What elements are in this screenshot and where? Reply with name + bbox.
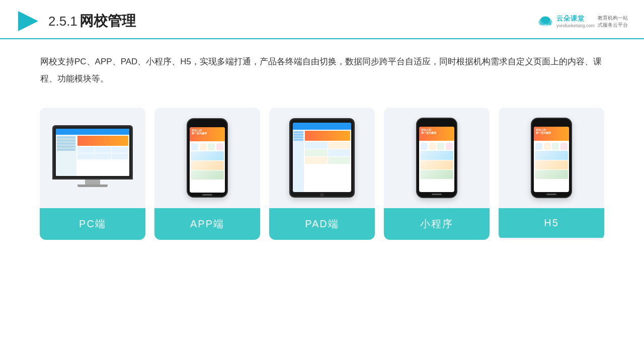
tablet-nav: [293, 123, 351, 130]
phone-banner-text: 职达人的第一堂兴趣课: [192, 129, 207, 135]
phone-icon-row-mini: [420, 142, 453, 151]
monitor-stand: [85, 179, 100, 185]
page-title: 2.5.1网校管理: [48, 12, 136, 31]
phone-icon-row: [191, 142, 224, 151]
phone-banner-text-mini: 职达人的第一堂兴趣课: [421, 128, 436, 134]
page-title-chinese: 网校管理: [79, 13, 136, 29]
phone-screen-h5: 职达人的第一堂兴趣课: [534, 127, 569, 192]
monitor-device: [52, 125, 133, 191]
phone-card: [420, 151, 453, 160]
monitor-screen-inner: [56, 129, 129, 176]
tablet-body: [293, 130, 351, 192]
tablet-mini-card: [305, 149, 328, 156]
phone-card: [191, 151, 224, 160]
header-left: 2.5.1网校管理: [16, 9, 136, 33]
tablet-sidebar-item: [293, 134, 303, 136]
card-pc-image: [40, 108, 145, 208]
monitor-sidebar: [56, 135, 76, 176]
monitor-sidebar-item: [57, 136, 75, 139]
phone-icon: [200, 143, 207, 150]
tablet-screen: [293, 123, 351, 192]
phone-content: [190, 141, 225, 181]
tablet-home-button: [320, 193, 324, 197]
phone-icon: [208, 143, 215, 150]
monitor-card-mini: [112, 153, 128, 159]
monitor-cards-grid: [77, 147, 128, 159]
phone-mockup-h5: 职达人的第一堂兴趣课: [531, 118, 572, 198]
tablet-mockup: [289, 118, 355, 198]
phone-content-h5: [534, 141, 569, 180]
monitor-screen-wrapper: [52, 125, 133, 179]
phone-notch-h5: [545, 123, 557, 126]
phone-card: [420, 170, 453, 179]
monitor-content: [56, 135, 129, 176]
card-pad: PAD端: [269, 108, 375, 240]
description-text: 网校支持PC、APP、PAD、小程序、H5，实现多端打通，产品各终端自由切换，数…: [0, 39, 644, 93]
monitor-nav: [56, 129, 129, 135]
phone-banner: 职达人的第一堂兴趣课: [190, 127, 225, 141]
monitor-sidebar-item: [57, 148, 75, 151]
tablet-sidebar-item: [293, 136, 303, 138]
phone-card: [535, 170, 568, 179]
phone-row: [191, 151, 224, 160]
monitor-sidebar-item: [57, 142, 75, 145]
monitor-sidebar-item: [57, 139, 75, 142]
card-h5-image: 职达人的第一堂兴趣课: [499, 108, 604, 208]
card-miniprogram-label: 小程序: [384, 208, 490, 240]
svg-text:云朵课堂: 云朵课堂: [539, 22, 552, 25]
tablet-banner: [305, 131, 350, 141]
phone-icon: [216, 143, 223, 150]
phone-row: [420, 151, 453, 160]
phone-home-indicator-h5: [546, 194, 556, 195]
phone-row: [420, 170, 453, 179]
phone-icon: [437, 143, 444, 150]
phone-screen-app: 职达人的第一堂兴趣课: [190, 127, 225, 193]
phone-icon: [544, 143, 551, 150]
phone-row: [420, 160, 453, 169]
phone-card: [535, 151, 568, 160]
tablet-sidebar-item: [293, 139, 303, 141]
card-pad-image: [269, 108, 375, 208]
phone-icon: [552, 143, 559, 150]
phone-notch-mini: [431, 123, 443, 126]
card-pad-label: PAD端: [269, 208, 375, 240]
logo-tagline: 教育机构一站 式服务云平台: [598, 15, 628, 29]
phone-notch: [201, 123, 213, 126]
phone-mockup-mini: 职达人的第一堂兴趣课: [416, 118, 457, 198]
play-icon: [16, 9, 40, 33]
card-pc: PC端: [40, 108, 145, 240]
phone-screen-mini: 职达人的第一堂兴趣课: [419, 127, 454, 192]
card-h5-label: H5: [499, 208, 604, 238]
logo-cloud: 云朵课堂 云朵课堂 yunduoketang.com 教育机构一站 式服务云平台: [537, 14, 628, 29]
monitor-main: [76, 135, 129, 176]
card-miniprogram: 职达人的第一堂兴趣课: [384, 108, 490, 240]
cards-section: PC端 职达人的第一堂兴趣课: [0, 93, 644, 240]
tablet-sidebar-item: [293, 131, 303, 133]
cloud-logo-icon: 云朵课堂: [537, 15, 553, 27]
header: 2.5.1网校管理 云朵课堂 云朵课堂 yunduoketang.com 教育机…: [0, 0, 644, 39]
phone-card: [191, 161, 224, 170]
monitor-card-mini: [112, 147, 128, 153]
phone-content-mini: [419, 141, 454, 180]
card-h5: 职达人的第一堂兴趣课: [499, 108, 604, 240]
card-pc-label: PC端: [40, 208, 145, 240]
phone-mockup-app: 职达人的第一堂兴趣课: [187, 118, 228, 198]
monitor-card-mini: [77, 153, 94, 159]
phone-row: [535, 170, 568, 179]
phone-banner-h5: 职达人的第一堂兴趣课: [534, 127, 569, 141]
phone-row: [535, 151, 568, 160]
card-app: 职达人的第一堂兴趣课: [154, 108, 260, 240]
svg-marker-0: [18, 11, 38, 31]
tablet-main: [304, 130, 351, 192]
phone-icon: [191, 143, 198, 150]
monitor-sidebar-item: [57, 145, 75, 148]
phone-row: [191, 170, 224, 179]
monitor-card-mini: [77, 147, 94, 153]
monitor-screen: [56, 129, 129, 176]
tablet-mini-card: [305, 157, 328, 164]
tablet-mini-card: [305, 142, 328, 149]
card-app-label: APP端: [154, 208, 260, 240]
card-app-image: 职达人的第一堂兴趣课: [154, 108, 260, 208]
pc-mockup: [52, 125, 133, 191]
phone-card: [191, 170, 224, 179]
